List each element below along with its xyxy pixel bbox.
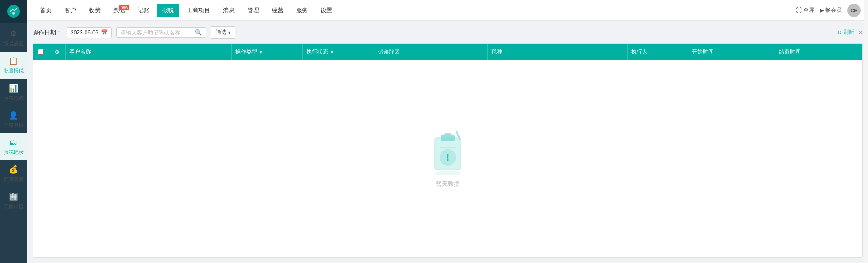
gear-icon: ⚙ [55, 49, 60, 55]
nav-item-shoufei[interactable]: 收费 [83, 4, 106, 17]
nav-item-shouye[interactable]: 首页 [34, 4, 57, 17]
th-gear[interactable]: ⚙ [49, 44, 66, 60]
refresh-icon: ↻ [837, 29, 842, 36]
nav-item-fuwu[interactable]: 服务 [291, 4, 313, 17]
sidebar-item-baoshui-jilu[interactable]: 🗂 报税记录 [0, 133, 27, 160]
status-filter-icon: ▼ [330, 49, 334, 54]
table: ⚙ 客户名称 操作类型 ▼ 执行状态 ▼ 错误股因 [33, 43, 863, 258]
th-operation-type[interactable]: 操作类型 ▼ [232, 44, 303, 60]
svg-point-12 [435, 171, 460, 175]
select-all-checkbox[interactable] [38, 49, 44, 55]
svg-rect-5 [444, 133, 452, 138]
th-tax-type: 税种 [488, 44, 628, 60]
date-picker[interactable]: 2023-06-06 📅 [67, 27, 112, 38]
close-button[interactable]: × [858, 29, 863, 36]
sidebar-item-huisuan-jiaona[interactable]: 💰 汇算清缴 [0, 160, 27, 187]
fullscreen-icon: ⛶ [796, 7, 802, 14]
empty-state: ! 暂无数据 [33, 60, 862, 257]
settings-icon: ⚙ [10, 29, 17, 39]
calendar-icon: 📅 [101, 29, 108, 36]
search-icon[interactable]: 🔍 [195, 29, 202, 36]
main-area: 首页 客户 收费 票据 new 记账 报税 工商项目 消息 管理 经营 服务 设… [27, 0, 868, 263]
nav-item-baoshui[interactable]: 报税 [157, 4, 179, 17]
date-label: 操作日期： [33, 29, 62, 37]
sidebar-item-geshui-shenbao[interactable]: 👤 个税申报 [0, 106, 27, 133]
batch-tax-icon: 📋 [9, 56, 18, 66]
nav-item-jingying[interactable]: 经营 [266, 4, 289, 17]
nav-item-xiaoxi[interactable]: 消息 [217, 4, 240, 17]
search-wrap: 🔍 [116, 27, 206, 38]
sidebar-item-gongshang-nianbao[interactable]: 🏢 工商年报 [0, 187, 27, 214]
svg-point-1 [12, 12, 15, 15]
nav-item-guanli[interactable]: 管理 [242, 4, 264, 17]
avatar[interactable]: CE [847, 4, 861, 17]
member-button[interactable]: ▶ 畅会员 [820, 6, 842, 14]
th-executor: 执行人 [628, 44, 688, 60]
annual-report-icon: 🏢 [9, 192, 18, 201]
sidebar-item-baoshui-zonlan[interactable]: 📊 报税总览 [0, 79, 27, 106]
search-input[interactable] [120, 29, 193, 36]
nav-item-shezhi[interactable]: 设置 [315, 4, 338, 17]
th-execution-status[interactable]: 执行状态 ▼ [303, 44, 374, 60]
toolbar: 操作日期： 2023-06-06 📅 🔍 筛选 ▾ ↻ 刷新 [33, 26, 863, 39]
records-icon: 🗂 [10, 138, 17, 147]
nav-items: 首页 客户 收费 票据 new 记账 报税 工商项目 消息 管理 经营 服务 设… [34, 4, 796, 17]
th-checkbox[interactable] [33, 44, 49, 60]
page: 操作日期： 2023-06-06 📅 🔍 筛选 ▾ ↻ 刷新 [27, 21, 868, 263]
empty-text: 暂无数据 [436, 180, 460, 188]
th-end-time: 结束时间 [775, 44, 862, 60]
svg-text:!: ! [446, 151, 449, 163]
nav-item-jizhang[interactable]: 记账 [132, 4, 155, 17]
top-navigation: 首页 客户 收费 票据 new 记账 报税 工商项目 消息 管理 经营 服务 设… [27, 0, 868, 21]
filter-button[interactable]: 筛选 ▾ [211, 26, 235, 39]
sidebar-logo [0, 0, 27, 23]
person-tax-icon: 👤 [9, 111, 18, 120]
sidebar: ⚙ 报税设置 📋 批量报税 📊 报税总览 👤 个税申报 🗂 报税记录 💰 汇算清… [0, 0, 27, 263]
fullscreen-button[interactable]: ⛶ 全屏 [796, 6, 814, 14]
content-area: 操作日期： 2023-06-06 📅 🔍 筛选 ▾ ↻ 刷新 [27, 21, 868, 263]
refresh-button[interactable]: ↻ 刷新 [837, 29, 854, 36]
th-customer-name: 客户名称 [66, 44, 232, 60]
nav-item-piaoju[interactable]: 票据 new [108, 4, 130, 17]
settlement-icon: 💰 [9, 165, 18, 174]
sidebar-item-piliang-baoshui[interactable]: 📋 批量报税 [0, 52, 27, 79]
table-header: ⚙ 客户名称 操作类型 ▼ 执行状态 ▼ 错误股因 [33, 44, 862, 60]
nav-item-kehu[interactable]: 客户 [59, 4, 82, 17]
nav-item-gongshang-xiangmu[interactable]: 工商项目 [181, 4, 216, 17]
topnav-right: ⛶ 全屏 ▶ 畅会员 CE [796, 4, 861, 17]
overview-icon: 📊 [9, 83, 18, 93]
member-icon: ▶ [820, 7, 824, 14]
svg-marker-9 [456, 130, 459, 133]
optype-filter-icon: ▼ [259, 49, 263, 54]
th-error-reason: 错误股因 [374, 44, 488, 60]
sidebar-item-baoshui-shezhi[interactable]: ⚙ 报税设置 [0, 24, 27, 52]
empty-illustration: ! [427, 129, 468, 175]
svg-point-0 [7, 5, 20, 18]
chevron-down-icon: ▾ [228, 30, 230, 35]
piaoju-badge: new [119, 5, 129, 10]
th-start-time: 开始时间 [688, 44, 775, 60]
